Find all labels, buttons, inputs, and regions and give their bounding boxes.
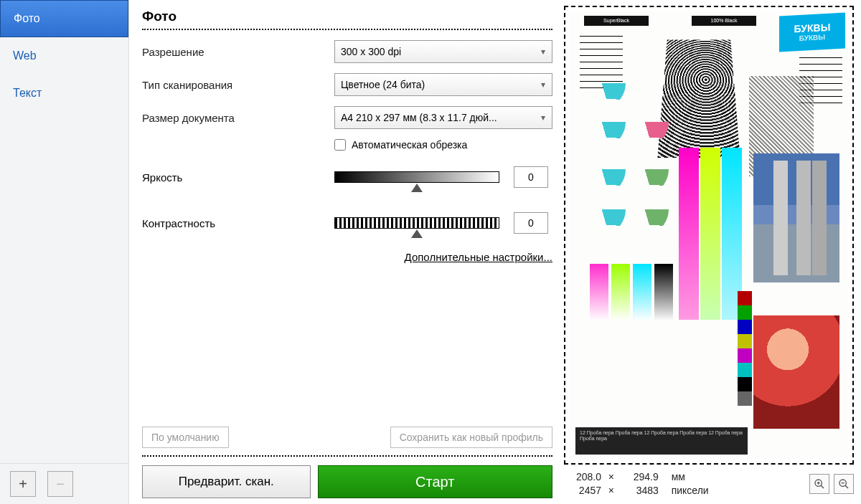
small-grad-cyan	[633, 264, 651, 321]
start-button[interactable]: Старт	[318, 465, 553, 498]
default-button[interactable]: По умолчанию	[142, 427, 229, 448]
resolution-label: Разрешение	[142, 46, 334, 58]
sample-photo-industrial	[753, 153, 839, 282]
small-grad-magenta	[590, 264, 608, 321]
sidebar-item-web[interactable]: Web	[0, 37, 128, 75]
color-fan-cyan	[587, 122, 626, 153]
footer-text-band: 12 Проба пера Проба пера 12 Проба пера П…	[575, 427, 748, 455]
dimensions-bar: 208.0 × 294.9 мм 2457 × 3483 пиксели	[564, 465, 854, 498]
save-profile-button[interactable]: Сохранить как новый профиль	[390, 427, 552, 448]
settings-area: Разрешение 300 x 300 dpi Тип сканировани…	[142, 30, 552, 455]
scantype-select[interactable]: Цветное (24 бита)	[334, 73, 552, 96]
contrast-thumb[interactable]	[411, 229, 423, 238]
moire-pattern-1	[657, 40, 740, 158]
color-strip	[738, 291, 752, 406]
svg-line-5	[845, 485, 848, 488]
zoom-out-button[interactable]	[834, 474, 854, 494]
add-profile-button[interactable]: +	[10, 471, 36, 497]
zoom-out-icon	[838, 478, 850, 490]
sidebar-item-text[interactable]: Текст	[0, 75, 128, 112]
sidebar-tabs: Фото Web Текст	[0, 0, 128, 463]
contrast-slider[interactable]	[334, 217, 499, 229]
swatch-black100: 100% Black	[692, 16, 756, 26]
sidebar-footer: + −	[0, 463, 128, 504]
brightness-thumb[interactable]	[411, 184, 423, 192]
color-fan-cyan	[587, 83, 626, 115]
svg-line-1	[821, 485, 824, 488]
zoom-in-button[interactable]	[809, 474, 829, 494]
preview-panel: SuperBlack 100% Black БУКВЫ БУКВЫ	[560, 0, 861, 504]
preview-test-page: SuperBlack 100% Black БУКВЫ БУКВЫ	[570, 11, 848, 459]
autocrop-label[interactable]: Автоматическая обрезка	[352, 139, 467, 151]
docsize-label: Размер документа	[142, 112, 334, 124]
preview-frame[interactable]: SuperBlack 100% Black БУКВЫ БУКВЫ	[564, 6, 854, 465]
preview-scan-button[interactable]: Предварит. скан.	[142, 465, 311, 498]
scantype-label: Тип сканирования	[142, 79, 334, 91]
contrast-input[interactable]	[514, 212, 548, 234]
swatch-superblack: SuperBlack	[584, 16, 649, 26]
gradient-yellow	[700, 148, 720, 320]
color-fan-cyan	[587, 169, 626, 201]
page-title: Фото	[142, 6, 552, 30]
brightness-slider[interactable]	[334, 171, 499, 183]
dimensions-text: 208.0 × 294.9 мм 2457 × 3483 пиксели	[564, 470, 709, 498]
color-fan-green	[630, 209, 669, 241]
color-fan-green	[630, 169, 669, 201]
action-row: Предварит. скан. Старт	[142, 455, 552, 498]
sidebar: Фото Web Текст + −	[0, 0, 129, 504]
small-grad-green	[611, 264, 630, 321]
zoom-in-icon	[814, 478, 825, 490]
color-fan-pink	[630, 122, 669, 153]
contrast-label: Контрастность	[142, 217, 334, 229]
resolution-select[interactable]: 300 x 300 dpi	[334, 40, 552, 63]
sample-photo-person	[753, 315, 839, 429]
color-fan-cyan	[587, 209, 626, 241]
brightness-label: Яркость	[142, 171, 334, 184]
small-grad-black	[654, 264, 673, 321]
autocrop-checkbox[interactable]	[334, 139, 346, 151]
main-panel: Фото Разрешение 300 x 300 dpi Тип сканир…	[129, 0, 560, 504]
sidebar-item-photo[interactable]: Фото	[0, 0, 128, 37]
brightness-input[interactable]	[514, 166, 548, 188]
letters-box: БУКВЫ БУКВЫ	[779, 13, 845, 52]
gradient-magenta	[679, 148, 699, 320]
docsize-select[interactable]: A4 210 x 297 мм (8.3 x 11.7 дюй...	[334, 106, 552, 129]
remove-profile-button[interactable]: −	[47, 471, 73, 497]
advanced-settings-link[interactable]: Дополнительные настройки...	[142, 251, 552, 263]
